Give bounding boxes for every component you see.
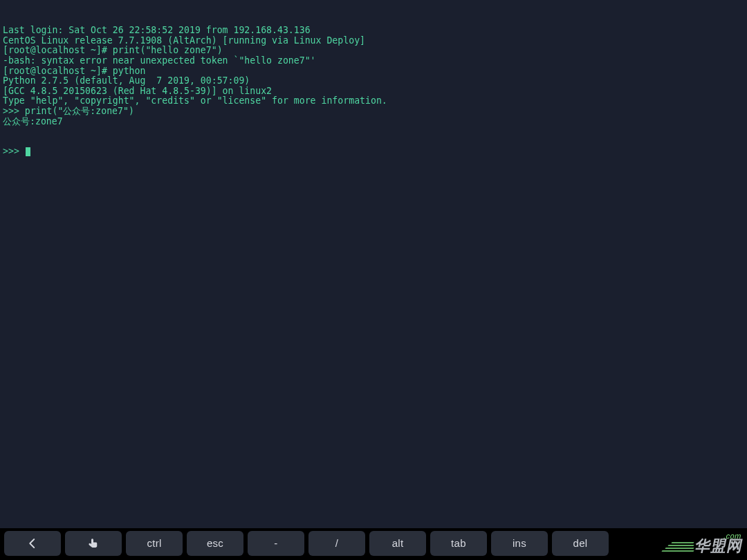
key-label: tab: [451, 539, 466, 549]
tab-key[interactable]: tab: [430, 531, 487, 556]
chevron-left-icon: [26, 537, 39, 550]
key-label: ins: [513, 539, 526, 549]
terminal-line: Last login: Sat Oct 26 22:58:52 2019 fro…: [3, 26, 744, 36]
terminal-line: Type "help", "copyright", "credits" or "…: [3, 96, 744, 106]
terminal-line: CentOS Linux release 7.7.1908 (AltArch) …: [3, 36, 744, 46]
back-key[interactable]: [4, 531, 61, 556]
cursor: [26, 147, 30, 156]
python-prompt: >>>: [3, 146, 25, 156]
touch-icon: [87, 537, 100, 550]
terminal-line: -bash: syntax error near unexpected toke…: [3, 56, 744, 66]
slash-key[interactable]: /: [308, 531, 365, 556]
terminal-line: [root@localhost ~]# python: [3, 66, 744, 77]
ins-key[interactable]: ins: [491, 531, 548, 556]
key-label: esc: [207, 539, 223, 549]
key-label: ctrl: [147, 539, 161, 549]
virtual-keyboard-toolbar: ctrl esc - / alt tab ins del: [0, 528, 747, 560]
touch-key[interactable]: [65, 531, 122, 556]
terminal-line: Python 2.7.5 (default, Aug 7 2019, 00:57…: [3, 76, 744, 86]
terminal-line: 公众号:zone7: [3, 117, 744, 127]
terminal-line: [GCC 4.8.5 20150623 (Red Hat 4.8.5-39)] …: [3, 86, 744, 97]
ctrl-key[interactable]: ctrl: [126, 531, 183, 556]
esc-key[interactable]: esc: [187, 531, 243, 556]
terminal-line: [root@localhost ~]# print("hello zone7"): [3, 46, 744, 56]
del-key[interactable]: del: [552, 531, 609, 556]
key-label: /: [335, 539, 338, 549]
dash-key[interactable]: -: [248, 531, 304, 556]
terminal-line: >>> print("公众号:zone7"): [3, 106, 744, 117]
key-label: alt: [392, 539, 404, 549]
terminal-output[interactable]: Last login: Sat Oct 26 22:58:52 2019 fro…: [0, 0, 747, 170]
key-label: del: [573, 539, 588, 549]
alt-key[interactable]: alt: [369, 531, 426, 556]
key-label: -: [274, 539, 277, 549]
